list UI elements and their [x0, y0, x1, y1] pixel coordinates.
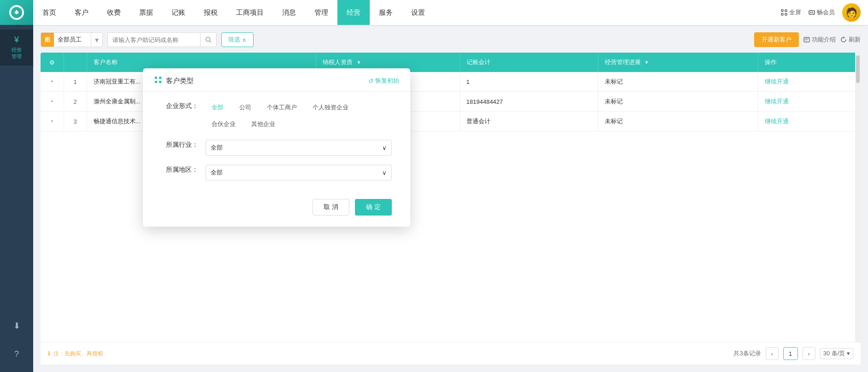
total-records: 共3条记录: [733, 349, 761, 358]
vip-icon: [809, 9, 815, 16]
svg-rect-1: [781, 10, 783, 12]
enterprise-option-all[interactable]: 全部: [206, 101, 230, 114]
nav-items: 首页 客户 收费 票据 记账 报税 工商项目 消息 管理 经营 服务 设置: [33, 0, 781, 25]
help-icon: ?: [14, 349, 19, 359]
refresh-label: 刷新: [849, 36, 861, 44]
info-icon: ℹ: [48, 350, 50, 357]
page-size-select[interactable]: 30 条/页 ▾: [820, 348, 853, 359]
region-form-content: 全部 ∨: [206, 165, 392, 180]
fullscreen-label: 全屏: [789, 8, 801, 17]
industry-form-content: 全部 ∨: [206, 140, 392, 156]
sidebar: ¥ 经营管理 ⬇ ?: [0, 25, 33, 372]
filter-label: 筛选: [228, 36, 240, 44]
row3-action[interactable]: 继续开通: [758, 112, 861, 132]
search-input[interactable]: [108, 36, 200, 43]
enterprise-option-individual[interactable]: 个体工商户: [261, 101, 303, 114]
row3-accountant: 普通会计: [460, 112, 598, 132]
avatar[interactable]: 🧑: [842, 3, 861, 22]
progress-filter-icon[interactable]: ▼: [644, 60, 649, 65]
refresh-button[interactable]: 刷新: [840, 36, 861, 44]
open-new-customer-button[interactable]: 开通新客户: [754, 32, 799, 47]
nav-item-manage[interactable]: 管理: [305, 0, 337, 25]
row2-num: 2: [64, 92, 87, 112]
row1-num: 1: [64, 72, 87, 92]
search-button[interactable]: [200, 33, 216, 47]
settings-column-header[interactable]: ⚙: [41, 53, 64, 72]
nav-item-business[interactable]: 工商项目: [227, 0, 273, 25]
row3-settings: •: [41, 112, 64, 132]
logo-icon: [9, 5, 24, 20]
svg-rect-3: [781, 13, 783, 15]
page-note: ℹ 注：先购买、再授权: [48, 350, 729, 358]
svg-rect-5: [809, 11, 815, 14]
employee-select[interactable]: 图 全部员工 ▾: [41, 32, 103, 47]
industry-select[interactable]: 全部 ∨: [206, 140, 392, 156]
enterprise-form-content: 全部 公司 个体工商户 个人独资企业 合伙企业 其他企业: [206, 101, 392, 131]
settings-icon[interactable]: ⚙: [47, 59, 57, 66]
region-select[interactable]: 全部 ∨: [206, 165, 392, 180]
col-header-accountant: 记账会计: [460, 53, 598, 72]
nav-item-message[interactable]: 消息: [273, 0, 305, 25]
nav-item-settings[interactable]: 设置: [402, 0, 434, 25]
next-page-button[interactable]: ›: [803, 347, 815, 360]
nav-item-home[interactable]: 首页: [33, 0, 65, 25]
toolbar: 图 全部员工 ▾ 筛选 ∧ 开通新客户: [41, 32, 861, 47]
region-form-row: 所属地区： 全部 ∨: [161, 165, 392, 180]
filter-arrow-icon: ∧: [242, 36, 247, 43]
row3-progress: 未标记: [598, 112, 758, 132]
row2-progress: 未标记: [598, 92, 758, 112]
nav-item-invoice[interactable]: 票据: [130, 0, 162, 25]
col-header-progress: 经营管理进展 ▼: [598, 53, 758, 72]
reset-label: 恢复初始: [375, 77, 399, 85]
refresh-icon: [840, 36, 847, 43]
tax-qual-filter-icon[interactable]: ▼: [356, 60, 361, 65]
scrollbar-thumb[interactable]: [856, 55, 860, 83]
main-layout: ¥ 经营管理 ⬇ ? 图 全部员工 ▾: [0, 25, 868, 372]
reset-icon: ↺: [368, 78, 373, 84]
row1-action[interactable]: 继续开通: [758, 72, 861, 92]
scrollbar[interactable]: [855, 53, 861, 342]
nav-item-customer[interactable]: 客户: [65, 0, 98, 25]
enterprise-option-partnership[interactable]: 合伙企业: [206, 118, 242, 131]
nav-item-charge[interactable]: 收费: [98, 0, 130, 25]
filter-button[interactable]: 筛选 ∧: [221, 32, 254, 47]
enterprise-option-sole[interactable]: 个人独资企业: [307, 101, 354, 114]
popup-title: 客户类型: [154, 76, 194, 86]
region-form-label: 所属地区：: [161, 165, 198, 174]
row1-progress: 未标记: [598, 72, 758, 92]
vip-btn[interactable]: 畅会员: [809, 8, 835, 17]
fullscreen-btn[interactable]: 全屏: [781, 8, 801, 17]
employee-select-arrow[interactable]: ▾: [91, 33, 102, 47]
enterprise-form-label: 企业形式：: [161, 101, 198, 110]
row1-accountant: 1: [460, 72, 598, 92]
confirm-button[interactable]: 确 定: [355, 199, 392, 216]
enterprise-option-other[interactable]: 其他企业: [245, 118, 281, 131]
logo-area: [0, 0, 33, 25]
func-intro-button[interactable]: 功能介绍: [803, 36, 836, 44]
nav-item-bookkeeping[interactable]: 记账: [162, 0, 195, 25]
sidebar-item-download[interactable]: ⬇: [0, 315, 33, 336]
row1-settings: •: [41, 72, 64, 92]
popup-title-text: 客户类型: [166, 77, 194, 85]
sidebar-item-operation-manage[interactable]: ¥ 经营管理: [0, 30, 33, 66]
industry-select-arrow: ∨: [382, 144, 387, 151]
pagination-bar: ℹ 注：先购买、再授权 共3条记录 ‹ 1 › 30 条/页 ▾: [41, 342, 861, 365]
row2-action[interactable]: 继续开通: [758, 92, 861, 112]
svg-rect-10: [159, 77, 161, 79]
sidebar-item-help[interactable]: ?: [0, 344, 33, 365]
cancel-button[interactable]: 取 消: [313, 199, 349, 216]
prev-page-button[interactable]: ‹: [766, 347, 779, 360]
page-size-arrow: ▾: [847, 350, 850, 357]
nav-item-tax[interactable]: 报税: [195, 0, 227, 25]
region-select-arrow: ∨: [382, 169, 387, 176]
popup-body: 企业形式： 全部 公司 个体工商户 个人独资企业 合伙企业 其他企业 所属行业：…: [143, 92, 410, 180]
prev-page-icon: ‹: [771, 350, 773, 357]
popup-header: 客户类型 ↺ 恢复初始: [143, 68, 410, 92]
nav-item-service[interactable]: 服务: [370, 0, 402, 25]
popup-reset-button[interactable]: ↺ 恢复初始: [368, 77, 399, 85]
enterprise-option-company[interactable]: 公司: [233, 101, 257, 114]
download-icon: ⬇: [13, 321, 20, 331]
func-intro-label: 功能介绍: [812, 36, 836, 44]
nav-item-operation[interactable]: 经营: [337, 0, 370, 25]
employee-select-text: 全部员工: [54, 36, 91, 44]
